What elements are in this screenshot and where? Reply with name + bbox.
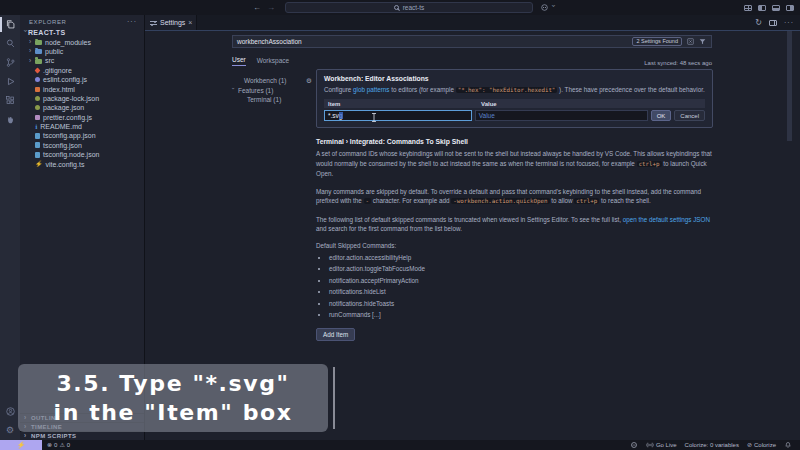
lightning-icon: ⚡ [17,442,25,449]
tsconfig-file-icon [35,152,40,158]
inline-code: ctrl+p [574,198,599,204]
ok-button[interactable]: OK [651,110,672,121]
run-debug-activity-button[interactable] [0,72,20,91]
toggle-sidebar-icon[interactable] [758,5,766,11]
file-item[interactable]: eslint.config.js [20,75,144,84]
toggle-secondary-sidebar-icon[interactable] [786,5,794,11]
file-item[interactable]: tsconfig.app.json [20,131,144,140]
file-item[interactable]: tsconfig.node.json [20,150,144,159]
no-color-icon: ⊘ [747,442,752,448]
nav-back-icon[interactable]: ← [253,3,261,12]
colorize-label: Colorize [754,442,776,448]
tab-workspace[interactable]: Workspace [257,57,289,66]
caption-line-2: in the "Item" box [53,398,292,427]
list-item: notifications.hideToasts [329,300,713,307]
results-count-badge: 2 Settings Found [632,37,682,46]
json-file-icon [35,105,40,110]
colorize-variables-status[interactable]: Colorize: 0 variables [685,442,739,448]
text-cursor [339,112,343,119]
go-live-button[interactable]: Go Live [646,441,677,449]
value-input[interactable]: Value [475,110,648,121]
toggle-panel-icon[interactable] [772,5,780,11]
value-input-placeholder: Value [479,112,495,119]
more-actions-icon[interactable]: ··· [784,19,794,26]
file-item[interactable]: package-lock.json [20,94,144,103]
chevron-down-icon: › [21,30,28,36]
glob-patterns-link[interactable]: glob patterns [353,86,389,93]
filter-icon[interactable] [698,37,707,46]
inline-code: -workbench.action.quickOpen [451,198,549,204]
tab-user[interactable]: User [232,56,246,66]
copilot-menu-button[interactable]: › [540,3,556,12]
folder-item[interactable]: › public [20,47,144,56]
item-input[interactable]: *.svg [324,110,472,121]
npm-scripts-section[interactable]: › NPM SCRIPTS [20,431,144,440]
file-item[interactable]: package.json [20,103,144,112]
tab-settings[interactable]: Settings × [145,15,197,30]
file-item[interactable]: prettier.config.js [20,113,144,122]
history-icon[interactable]: ↻ [755,19,762,27]
setting-gear-icon[interactable]: ⚙ [306,78,312,85]
manage-button[interactable]: ⚙ [0,421,20,440]
folder-item[interactable]: › node_modules [20,37,144,46]
remote-indicator[interactable]: ⚡ [0,440,42,450]
extensions-activity-button[interactable] [0,91,20,110]
go-live-label: Go Live [656,442,677,448]
search-activity-button[interactable] [0,34,20,53]
notifications-button[interactable] [784,441,792,449]
readme-info-icon: ℹ [35,124,37,130]
explorer-more-actions-icon[interactable]: ··· [127,18,137,25]
toc-workbench[interactable]: Workbench (1) [232,76,306,86]
file-item[interactable]: ⚡ vite.config.ts [20,159,144,168]
clear-search-icon[interactable] [686,37,695,46]
inline-code: - [364,198,372,204]
file-item[interactable]: tsconfig.json [20,141,144,150]
problems-status[interactable]: ⊗ 0 ⚠ 0 [47,442,70,448]
settings-search-input[interactable]: workbenchAssociation 2 Settings Found [232,35,712,48]
tutorial-caption: 3.5. Type "*.svg" in the "Item" box [18,364,328,432]
open-default-settings-link[interactable]: open the default settings JSON [623,216,710,223]
setting-title: Workbench: Editor Associations [324,75,705,82]
toc-terminal[interactable]: Terminal (1) [232,95,306,105]
chevron-down-icon: › [231,88,237,94]
settings-sliders-icon [150,19,157,26]
add-item-button[interactable]: Add Item [316,328,355,341]
file-item[interactable]: ℹ README.md [20,122,144,131]
folder-item[interactable]: › src [20,56,144,65]
broadcast-icon [646,441,654,449]
folder-label: public [45,48,63,55]
colorize-toggle[interactable]: ⊘ Colorize [747,442,776,448]
setting-commands-to-skip-shell: Terminal › Integrated: Commands To Skip … [306,138,713,341]
files-icon [5,19,16,30]
file-label: index.html [43,86,75,93]
source-control-activity-button[interactable] [0,53,20,72]
skipped-commands-list: editor.action.accessibilityHelp editor.a… [329,254,713,319]
split-editor-icon[interactable] [769,20,777,26]
setting-paragraph: The following list of default skipped co… [316,215,713,234]
toc-features[interactable]: › Features (1) [232,86,306,96]
tree-root[interactable]: › REACT-TS [20,28,144,37]
list-item: runCommands [...] [329,311,713,318]
file-tree: › REACT-TS › node_modules › public › src… [20,28,144,169]
error-icon: ⊗ [47,442,52,448]
list-item: notification.acceptPrimaryAction [329,277,713,284]
file-item[interactable]: index.html [20,84,144,93]
status-bar: ⚡ ⊗ 0 ⚠ 0 Go Live Coloriz [0,440,800,450]
account-button[interactable] [0,402,20,421]
explorer-activity-button[interactable] [0,15,20,34]
editor-scrollbar[interactable] [787,31,792,141]
command-center-search[interactable]: react-ts [285,2,533,13]
extension-hand-activity-button[interactable] [0,110,20,129]
json-file-icon [35,96,40,101]
copilot-status[interactable] [630,441,638,449]
file-item[interactable]: .gitignore [20,66,144,75]
setting-editor-associations: Workbench: Editor Associations Configure… [316,69,713,128]
gear-icon: ⚙ [6,426,14,435]
customize-layout-icon[interactable] [744,5,752,11]
copilot-icon [540,3,549,12]
close-icon[interactable]: × [188,19,192,26]
cancel-button[interactable]: Cancel [674,110,705,121]
root-label: REACT-TS [28,29,65,36]
nav-forward-icon[interactable]: → [267,3,275,12]
folder-icon [35,40,42,45]
